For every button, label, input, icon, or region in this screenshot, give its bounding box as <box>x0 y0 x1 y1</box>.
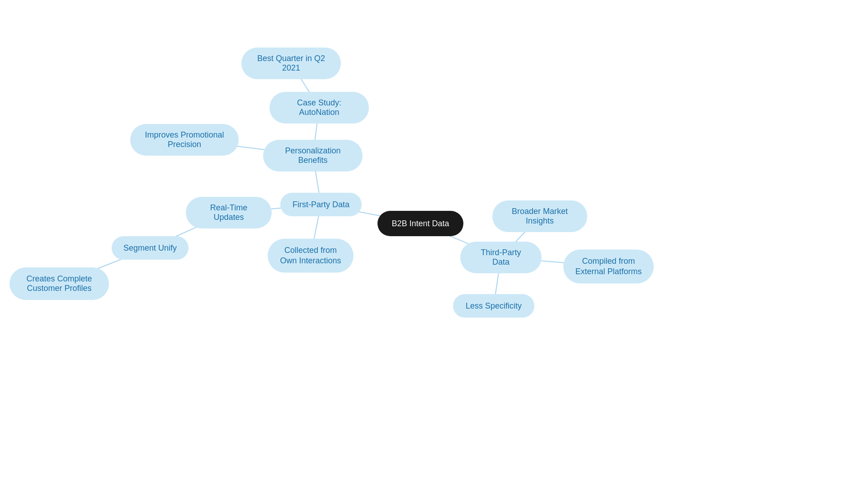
node-best_quarter[interactable]: Best Quarter in Q2 2021 <box>241 48 341 79</box>
node-less_spec[interactable]: Less Specificity <box>453 294 534 318</box>
node-personalization[interactable]: Personalization Benefits <box>263 140 363 171</box>
node-creates[interactable]: Creates Complete Customer Profiles <box>9 267 109 300</box>
node-compiled[interactable]: Compiled from External Platforms <box>563 250 654 284</box>
node-improves[interactable]: Improves Promotional Precision <box>130 124 239 156</box>
node-first_party[interactable]: First-Party Data <box>280 193 362 216</box>
node-segment[interactable]: Segment Unify <box>112 236 189 260</box>
node-third_party[interactable]: Third-Party Data <box>460 242 542 273</box>
node-collected[interactable]: Collected from Own Interactions <box>268 239 354 273</box>
mind-map: B2B Intent DataFirst-Party DataThird-Par… <box>0 0 868 490</box>
node-case_study[interactable]: Case Study: AutoNation <box>269 92 369 124</box>
node-b2b_intent[interactable]: B2B Intent Data <box>377 211 463 236</box>
node-broader[interactable]: Broader Market Insights <box>492 200 587 232</box>
node-real_time[interactable]: Real-Time Updates <box>186 197 272 228</box>
